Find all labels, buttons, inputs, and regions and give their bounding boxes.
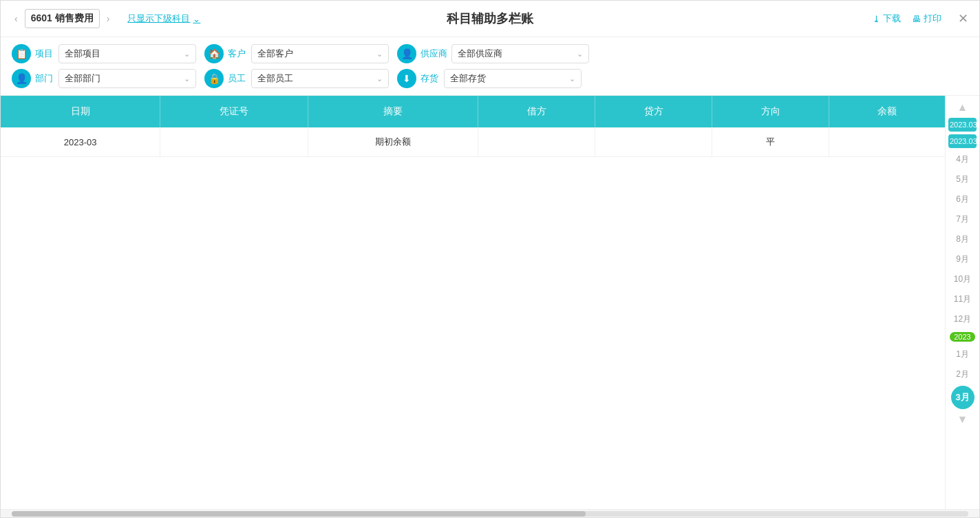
inventory-filter: ⬇ 存货 全部存货 ⌄ <box>397 69 582 88</box>
sidebar-month-3-active[interactable]: 3月 <box>951 386 974 409</box>
download-button[interactable]: ⤓ 下载 <box>873 12 901 25</box>
sidebar-month-12[interactable]: 12月 <box>946 309 979 329</box>
project-value: 全部项目 <box>65 48 100 60</box>
print-icon: 🖶 <box>912 14 921 24</box>
dept-filter: 👤 部门 全部部门 ⌄ <box>12 69 196 88</box>
table-container: 日期 凭证号 摘要 借方 贷方 方向 余额 2023-03 期初余额 <box>1 96 979 509</box>
supplier-filter: 👤 供应商 全部供应商 ⌄ <box>397 44 589 63</box>
customer-label: 客户 <box>228 48 247 60</box>
sidebar-month-10[interactable]: 10月 <box>946 269 979 289</box>
dept-select[interactable]: 全部部门 ⌄ <box>58 69 196 88</box>
account-code: 6601 销售费用 <box>25 9 100 28</box>
inventory-arrow: ⌄ <box>569 74 575 83</box>
filter-dropdown-arrow[interactable]: ⌄ <box>193 14 200 24</box>
dept-value: 全部部门 <box>65 72 100 85</box>
cell-summary: 期初余额 <box>308 127 478 157</box>
sidebar-month-1[interactable]: 1月 <box>946 344 979 364</box>
supplier-arrow: ⌄ <box>577 50 583 59</box>
dept-icon: 👤 <box>12 69 31 88</box>
sidebar-up-arrow[interactable]: ▲ <box>955 99 971 116</box>
bottom-scrollbar[interactable] <box>1 509 979 517</box>
cell-voucher <box>160 127 308 157</box>
top-actions: ⤓ 下载 🖶 打印 ✕ <box>873 11 968 26</box>
customer-filter: 🏠 客户 全部客户 ⌄ <box>204 44 389 63</box>
supplier-select[interactable]: 全部供应商 ⌄ <box>451 44 589 63</box>
dept-arrow: ⌄ <box>184 74 190 83</box>
supplier-icon: 👤 <box>397 44 416 63</box>
filter-row-1: 📋 项目 全部项目 ⌄ 🏠 客户 全部客户 ⌄ 👤 供应商 <box>12 44 968 63</box>
close-button[interactable]: ✕ <box>958 11 968 26</box>
table-wrapper[interactable]: 日期 凭证号 摘要 借方 贷方 方向 余额 2023-03 期初余额 <box>1 96 945 509</box>
employee-arrow: ⌄ <box>376 74 383 83</box>
sidebar-month-6[interactable]: 6月 <box>946 189 979 209</box>
scroll-thumb[interactable] <box>12 511 586 517</box>
col-voucher: 凭证号 <box>160 96 308 127</box>
sidebar-down-arrow[interactable]: ▼ <box>955 411 971 428</box>
year-badge-container: 2023 <box>950 331 974 343</box>
employee-filter: 🔒 员工 全部员工 ⌄ <box>204 69 389 88</box>
sidebar-month-2023-03-second[interactable]: 2023.03 <box>948 134 977 148</box>
col-debit: 借方 <box>478 96 595 127</box>
cell-credit <box>595 127 712 157</box>
employee-select[interactable]: 全部员工 ⌄ <box>251 69 389 88</box>
employee-label: 员工 <box>228 72 247 85</box>
col-date: 日期 <box>1 96 160 127</box>
sidebar-month-4[interactable]: 4月 <box>946 149 979 169</box>
year-badge-2023: 2023 <box>950 332 974 342</box>
sidebar-month-8[interactable]: 8月 <box>946 229 979 249</box>
filter-row-2: 👤 部门 全部部门 ⌄ 🔒 员工 全部员工 ⌄ ⬇ 存货 <box>12 69 968 88</box>
nav-area: ‹ 6601 销售费用 › 只显示下级科目 ⌄ <box>12 9 200 28</box>
supplier-label: 供应商 <box>420 48 447 60</box>
dept-label: 部门 <box>35 72 54 85</box>
employee-icon: 🔒 <box>204 69 224 88</box>
download-label: 下载 <box>883 12 901 25</box>
inventory-value: 全部存货 <box>450 72 486 85</box>
main-table: 日期 凭证号 摘要 借方 贷方 方向 余额 2023-03 期初余额 <box>1 96 945 157</box>
sidebar-month-7[interactable]: 7月 <box>946 209 979 229</box>
col-summary: 摘要 <box>308 96 478 127</box>
filter-label-text: 只显示下级科目 <box>127 12 190 25</box>
download-icon: ⤓ <box>873 14 880 24</box>
project-label: 项目 <box>35 48 54 60</box>
scroll-track <box>12 511 968 517</box>
inventory-label: 存货 <box>420 72 440 85</box>
project-icon: 📋 <box>12 44 31 63</box>
sidebar-month-11[interactable]: 11月 <box>946 289 979 309</box>
col-balance: 余额 <box>829 96 945 127</box>
project-select[interactable]: 全部项目 ⌄ <box>58 44 196 63</box>
print-label: 打印 <box>924 12 941 25</box>
project-arrow: ⌄ <box>184 50 190 59</box>
employee-value: 全部员工 <box>257 72 293 85</box>
sidebar-month-2023-03-first[interactable]: 2023.03 <box>948 118 977 132</box>
table-row: 2023-03 期初余额 平 <box>1 127 945 157</box>
main-modal: ‹ 6601 销售费用 › 只显示下级科目 ⌄ 科目辅助多栏账 ⤓ 下载 🖶 打… <box>0 0 980 518</box>
sidebar-month-5[interactable]: 5月 <box>946 169 979 189</box>
top-bar: ‹ 6601 销售费用 › 只显示下级科目 ⌄ 科目辅助多栏账 ⤓ 下载 🖶 打… <box>1 1 979 37</box>
cell-direction: 平 <box>712 127 829 157</box>
customer-arrow: ⌄ <box>376 50 383 59</box>
customer-value: 全部客户 <box>257 48 293 60</box>
right-sidebar: ▲ 2023.03 2023.03 4月 5月 6月 7月 8月 9月 10月 … <box>945 96 979 509</box>
col-credit: 贷方 <box>595 96 712 127</box>
col-direction: 方向 <box>712 96 829 127</box>
next-account-arrow[interactable]: › <box>104 12 113 25</box>
table-header-row: 日期 凭证号 摘要 借方 贷方 方向 余额 <box>1 96 945 127</box>
filter-bar: 📋 项目 全部项目 ⌄ 🏠 客户 全部客户 ⌄ 👤 供应商 <box>1 37 979 96</box>
page-title: 科目辅助多栏账 <box>447 10 533 27</box>
print-button[interactable]: 🖶 打印 <box>912 12 941 25</box>
customer-icon: 🏠 <box>204 44 224 63</box>
cell-debit <box>478 127 595 157</box>
cell-date: 2023-03 <box>1 127 160 157</box>
project-filter: 📋 项目 全部项目 ⌄ <box>12 44 196 63</box>
inventory-icon: ⬇ <box>397 69 416 88</box>
customer-select[interactable]: 全部客户 ⌄ <box>251 44 389 63</box>
show-sub-filter[interactable]: 只显示下级科目 ⌄ <box>127 12 200 25</box>
sidebar-month-9[interactable]: 9月 <box>946 249 979 269</box>
inventory-select[interactable]: 全部存货 ⌄ <box>444 69 582 88</box>
sidebar-month-2[interactable]: 2月 <box>946 364 979 384</box>
prev-account-arrow[interactable]: ‹ <box>12 12 21 25</box>
supplier-value: 全部供应商 <box>458 48 502 60</box>
cell-balance <box>829 127 945 157</box>
